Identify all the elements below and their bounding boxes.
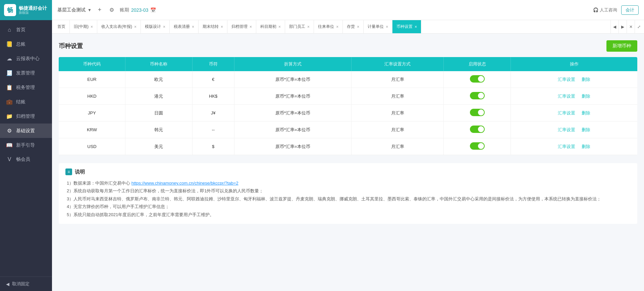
- cell-actions: 汇率设置 删除: [511, 105, 637, 122]
- currency-table: 币种代码币种名称币符折算方式汇率设置方式启用状态操作 EUR 欧元 € 原币*汇…: [59, 57, 637, 155]
- tab-tax[interactable]: 税表清册×: [170, 20, 199, 34]
- sidebar-label-tax: 税务管理: [16, 85, 35, 91]
- toggle-EUR[interactable]: [470, 75, 485, 83]
- tab-close-dept[interactable]: ×: [307, 25, 310, 29]
- sidebar-item-reports[interactable]: ☁ 云报表中心: [0, 51, 52, 66]
- cell-symbol: $: [192, 138, 234, 155]
- ledger-icon: 📒: [6, 41, 13, 47]
- tab-close-period_end[interactable]: ×: [221, 25, 223, 29]
- delete-link-JPY[interactable]: 删除: [582, 110, 590, 115]
- tab-label-dept: 部门员工: [289, 24, 305, 30]
- tab-dept[interactable]: 部门员工×: [285, 20, 314, 34]
- settings-gear-button[interactable]: ⚙: [108, 6, 116, 14]
- toggle-KRW[interactable]: [470, 126, 485, 133]
- tab-close-balance[interactable]: ×: [91, 25, 93, 29]
- tab-currency[interactable]: 币种设置×: [392, 20, 421, 34]
- table-row: EUR 欧元 € 原币*汇率=本位币 月汇率 汇率设置 删除: [59, 71, 637, 88]
- tab-inventory[interactable]: 存货×: [343, 20, 364, 34]
- sidebar-label-closing: 结账: [16, 99, 25, 105]
- add-currency-button[interactable]: 新增币种: [606, 40, 637, 52]
- tab-partner[interactable]: 往来单位×: [314, 20, 343, 34]
- toggle-track: [470, 92, 485, 99]
- rate-setting-link-EUR[interactable]: 汇率设置: [558, 77, 575, 82]
- tab-next-button[interactable]: ▶: [619, 20, 627, 34]
- sidebar-item-member[interactable]: V 畅会员: [0, 152, 52, 166]
- sidebar-item-tax[interactable]: 📋 税务管理: [0, 80, 52, 95]
- tab-unit[interactable]: 计量单位×: [364, 20, 392, 34]
- content-area: 币种设置 新增币种 币种代码币种名称币符折算方式汇率设置方式启用状态操作 EUR…: [52, 34, 644, 291]
- tab-close-all-button[interactable]: ✕: [627, 20, 635, 34]
- tab-subject[interactable]: 科目期初×: [256, 20, 285, 34]
- headset-icon: 🎧: [593, 7, 598, 12]
- tab-template[interactable]: 模版设计×: [141, 20, 170, 34]
- tab-close-partner[interactable]: ×: [336, 25, 338, 29]
- delete-link-HKD[interactable]: 删除: [582, 94, 590, 99]
- tab-balance[interactable]: 旧(中期)×: [70, 20, 97, 34]
- cell-symbol: €: [192, 71, 234, 88]
- cell-enabled[interactable]: [444, 88, 511, 105]
- sidebar-label-guide: 新手引导: [16, 142, 35, 148]
- delete-link-EUR[interactable]: 删除: [582, 77, 590, 82]
- note-icon: ≡: [65, 168, 72, 175]
- sidebar-item-guide[interactable]: 📖 新手引导: [0, 138, 52, 152]
- pin-icon: ◀: [6, 282, 9, 287]
- tab-prev-button[interactable]: ◀: [610, 20, 619, 34]
- col-header-折算方式: 折算方式: [234, 57, 352, 71]
- rate-setting-link-HKD[interactable]: 汇率设置: [558, 94, 575, 99]
- toggle-JPY[interactable]: [470, 109, 485, 116]
- tab-close-currency[interactable]: ×: [415, 25, 417, 29]
- cell-enabled[interactable]: [444, 122, 511, 138]
- sidebar-item-ledger[interactable]: 📒 总账: [0, 37, 52, 51]
- help-button[interactable]: 🎧 人工咨询: [593, 7, 617, 13]
- tab-archive[interactable]: 归档管理×: [227, 20, 256, 34]
- tab-period_end[interactable]: 期末结转×: [199, 20, 227, 34]
- tab-close-subject[interactable]: ×: [278, 25, 281, 29]
- toggle-USD[interactable]: [470, 142, 485, 150]
- calendar-icon[interactable]: 📅: [150, 7, 156, 13]
- delete-link-KRW[interactable]: 删除: [582, 127, 590, 132]
- sidebar-label-home: 首页: [16, 27, 25, 33]
- toggle-thumb: [478, 126, 484, 132]
- tab-close-unit[interactable]: ×: [386, 25, 388, 29]
- tab-close-income[interactable]: ×: [134, 25, 137, 29]
- tab-label-income: 收入支出表(年报): [101, 24, 132, 30]
- sidebar-item-invoice[interactable]: 🧾 发票管理: [0, 66, 52, 80]
- note-link[interactable]: https://www.chinamoney.com.cn/chinese/bk…: [131, 181, 238, 186]
- cell-calc-method: 原币*汇率=本位币: [234, 105, 352, 122]
- company-selector[interactable]: 基层工会测试 ▼: [57, 7, 92, 13]
- toggle-HKD[interactable]: [470, 92, 485, 99]
- note-item-2: 2）系统自动获取每月第一个工作日的汇率标价，统一为直接标价法，即1外币可以兑换的…: [65, 187, 631, 195]
- col-header-操作: 操作: [511, 57, 637, 71]
- sidebar-item-settings[interactable]: ⚙ 基础设置: [0, 124, 52, 138]
- cell-actions: 汇率设置 删除: [511, 88, 637, 105]
- cell-enabled[interactable]: [444, 71, 511, 88]
- cell-enabled[interactable]: [444, 138, 511, 155]
- sidebar-nav: ⌂ 首页 📒 总账 ☁ 云报表中心 🧾 发票管理 📋 税务管理 💼 结账 📁 归…: [0, 20, 52, 277]
- sidebar-item-home[interactable]: ⌂ 首页: [0, 23, 52, 37]
- rate-setting-link-USD[interactable]: 汇率设置: [558, 144, 575, 149]
- cell-symbol: J¥: [192, 105, 234, 122]
- toggle-thumb: [478, 109, 484, 115]
- tab-home[interactable]: 首页: [53, 20, 70, 34]
- sidebar-label-member: 畅会员: [16, 156, 30, 162]
- rate-setting-link-KRW[interactable]: 汇率设置: [558, 127, 575, 132]
- cell-code: HKD: [59, 88, 125, 105]
- sidebar-label-reports: 云报表中心: [16, 56, 40, 62]
- cell-enabled[interactable]: [444, 105, 511, 122]
- tab-close-tax[interactable]: ×: [192, 25, 194, 29]
- sidebar-item-archive[interactable]: 📁 归档管理: [0, 109, 52, 124]
- user-role-badge[interactable]: 会计: [621, 5, 639, 15]
- tab-expand-button[interactable]: ⤢: [635, 20, 643, 34]
- tab-close-inventory[interactable]: ×: [357, 25, 359, 29]
- tab-close-archive[interactable]: ×: [250, 25, 252, 29]
- sidebar-pin-toggle[interactable]: ◀ 取消固定: [0, 277, 52, 291]
- tab-close-template[interactable]: ×: [163, 25, 165, 29]
- sidebar-item-closing[interactable]: 💼 结账: [0, 95, 52, 109]
- delete-link-USD[interactable]: 删除: [582, 144, 590, 149]
- cell-calc-method: 原币*汇率=本位币: [234, 88, 352, 105]
- add-company-button[interactable]: +: [96, 6, 104, 14]
- toggle-track: [470, 142, 485, 150]
- company-name: 基层工会测试: [57, 7, 86, 13]
- rate-setting-link-JPY[interactable]: 汇率设置: [558, 110, 575, 115]
- tab-income[interactable]: 收入支出表(年报)×: [97, 20, 141, 34]
